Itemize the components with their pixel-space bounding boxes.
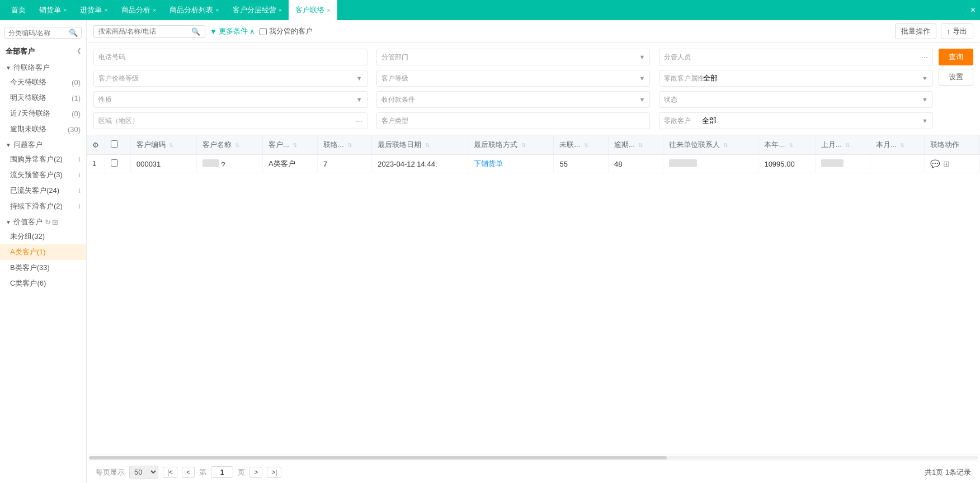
page-number-input[interactable]: [211, 466, 233, 478]
nav-sales-close[interactable]: ×: [63, 7, 67, 13]
nav-customer-segment-close[interactable]: ×: [279, 7, 282, 13]
td-last-date: 2023-04-12 14:44:: [372, 155, 468, 173]
group-problem-customers[interactable]: ▼ 问题客户: [0, 137, 86, 151]
th-name[interactable]: 客户名称 ⇅: [197, 135, 263, 155]
td-name: ?: [197, 155, 263, 173]
export-button[interactable]: ↑ 导出: [941, 23, 974, 39]
filter-status[interactable]: 状态 ▼: [659, 91, 933, 108]
filter-dropdown-icon: ∧: [249, 27, 255, 36]
nav-customer-segment[interactable]: 客户分层经营 ×: [226, 0, 289, 20]
sort-thismonth-icon: ⇅: [900, 142, 904, 148]
settings-button[interactable]: 设置: [939, 69, 973, 86]
query-button[interactable]: 查询: [939, 49, 973, 65]
th-contact[interactable]: 联络... ⇅: [317, 135, 372, 155]
sidebar-collapse-icon[interactable]: 《: [74, 47, 81, 56]
value-group-settings-icon[interactable]: ⊞: [52, 218, 58, 226]
window-close-icon[interactable]: ×: [970, 5, 976, 15]
sidebar-item-today[interactable]: 今天待联络 (0): [0, 74, 86, 90]
sort-code-icon: ⇅: [169, 142, 173, 148]
filter-search-input[interactable]: [98, 27, 191, 35]
th-last-month[interactable]: 上月... ⇅: [816, 135, 870, 155]
horizontal-scrollbar[interactable]: [87, 454, 980, 461]
filter-retail-customer[interactable]: 零散客户 全部 ▼: [659, 112, 933, 129]
th-overdue[interactable]: 逾期... ⇅: [609, 135, 663, 155]
group-pending-contact[interactable]: ▼ 待联络客户: [0, 60, 86, 74]
nav-purchase[interactable]: 进货单 ×: [73, 0, 114, 20]
nav-home[interactable]: 首页: [4, 0, 32, 20]
customer-table: ⚙ 客户编码 ⇅ 客户名称 ⇅: [87, 135, 980, 173]
sidebar-item-7days[interactable]: 近7天待联络 (0): [0, 106, 86, 121]
sidebar-item-churned[interactable]: 已流失客户(24) ℹ: [0, 183, 86, 198]
th-no-contact[interactable]: 未联... ⇅: [554, 135, 609, 155]
select-all-checkbox[interactable]: [111, 140, 118, 148]
filter-nature[interactable]: 性质 ▼: [93, 91, 368, 108]
sidebar-item-churn-warning[interactable]: 流失预警客户(3) ℹ: [0, 167, 86, 183]
th-code[interactable]: 客户编码 ⇅: [130, 135, 196, 155]
sidebar-item-class-c[interactable]: C类客户(6): [0, 276, 86, 291]
page-label: 第: [199, 467, 206, 477]
nav-analysis-close[interactable]: ×: [153, 7, 156, 13]
sidebar-item-class-a[interactable]: A类客户(1): [0, 244, 86, 260]
sidebar-search-input[interactable]: [8, 29, 69, 37]
prev-page-btn[interactable]: <: [182, 467, 195, 478]
info-icon-abnormal: ℹ: [78, 156, 81, 163]
th-last-date[interactable]: 最后联络日期 ⇅: [372, 135, 468, 155]
th-contacts-person[interactable]: 往来单位联系人 ⇅: [663, 135, 758, 155]
nav-analysis-list-close[interactable]: ×: [215, 7, 219, 13]
th-gear[interactable]: ⚙: [87, 135, 105, 155]
my-customers-checkbox[interactable]: [260, 28, 267, 35]
sidebar-item-tomorrow[interactable]: 明天待联络 (1): [0, 90, 86, 106]
last-method-link[interactable]: 下销货单: [474, 159, 503, 168]
filter-row-2: 客户价格等级 ▼ 客户等级 ▼: [93, 70, 933, 87]
price-dropdown-icon: ▼: [356, 75, 362, 82]
retail-cust-dropdown-icon: ▼: [922, 117, 928, 124]
th-this-year[interactable]: 本年... ⇅: [758, 135, 816, 155]
group-value-customers[interactable]: ▼ 价值客户 ↻ ⊞: [0, 214, 86, 229]
comment-icon[interactable]: 💬: [930, 159, 940, 168]
batch-op-button[interactable]: 批量操作: [895, 23, 936, 39]
nav-analysis-list[interactable]: 商品分析列表 ×: [163, 0, 225, 20]
filter-department[interactable]: 分管部门 ▼: [376, 49, 651, 65]
nature-dropdown-icon: ▼: [356, 96, 362, 103]
sidebar-search-box[interactable]: 🔍: [4, 27, 82, 39]
th-this-month[interactable]: 本月... ⇅: [870, 135, 925, 155]
filter-search-box[interactable]: 🔍: [93, 25, 205, 38]
nav-customer-contact-close[interactable]: ×: [327, 7, 330, 13]
filter-customer-level[interactable]: 客户等级 ▼: [376, 70, 651, 87]
td-checkbox[interactable]: [105, 155, 131, 173]
my-customers-filter[interactable]: 我分管的客户: [260, 26, 313, 36]
th-type[interactable]: 客户... ⇅: [263, 135, 318, 155]
th-action: 联络动作: [925, 135, 980, 155]
th-last-method[interactable]: 最后联络方式 ⇅: [468, 135, 554, 155]
sidebar-item-class-b[interactable]: B类客户(33): [0, 260, 86, 276]
filter-customer-type[interactable]: 客户类型: [376, 112, 651, 129]
filter-region[interactable]: 区域（地区） ···: [93, 112, 368, 129]
filter-payment[interactable]: 收付款条件 ▼: [376, 91, 651, 108]
per-page-select[interactable]: 50 100 200: [129, 466, 158, 479]
nav-analysis[interactable]: 商品分析 ×: [115, 0, 163, 20]
th-checkbox[interactable]: [105, 135, 131, 155]
grid-icon[interactable]: ⊞: [943, 159, 950, 168]
sidebar-item-ungrouped[interactable]: 未分组(32): [0, 229, 86, 244]
td-type: A类客户: [263, 155, 318, 173]
sidebar-item-abnormal[interactable]: 囤购异常客户(2) ℹ: [0, 151, 86, 167]
next-page-btn[interactable]: >: [249, 467, 262, 478]
filter-right: 批量操作 ↑ 导出: [895, 23, 974, 39]
gear-icon[interactable]: ⚙: [92, 141, 99, 149]
filter-price-level[interactable]: 客户价格等级 ▼: [93, 70, 368, 87]
last-page-btn[interactable]: >|: [267, 467, 281, 478]
filter-retail-attr[interactable]: 零散客户属性 全部 ▼: [659, 70, 933, 87]
first-page-btn[interactable]: |<: [163, 467, 177, 478]
filter-phone[interactable]: 电话号码: [93, 49, 368, 65]
all-customers-header[interactable]: 全部客户 《: [0, 43, 86, 60]
scroll-thumb[interactable]: [89, 456, 667, 460]
value-group-refresh-icon[interactable]: ↻: [45, 218, 51, 226]
sidebar-item-declining[interactable]: 持续下滑客户(2) ℹ: [0, 198, 86, 214]
nav-purchase-close[interactable]: ×: [104, 7, 107, 13]
nav-customer-contact[interactable]: 客户联络 ×: [289, 0, 337, 20]
nav-sales[interactable]: 销货单 ×: [32, 0, 73, 20]
row-checkbox[interactable]: [111, 159, 118, 167]
filter-manager[interactable]: 分管人员 ···: [659, 49, 933, 65]
sidebar-item-overdue[interactable]: 逾期未联络 (30): [0, 121, 86, 137]
filter-more-btn[interactable]: ▼ 更多条件 ∧: [210, 26, 255, 36]
